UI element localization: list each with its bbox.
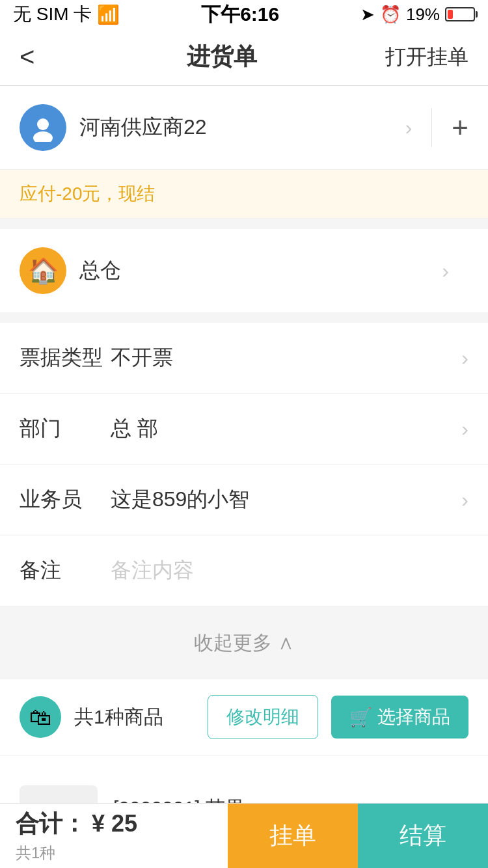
settle-button[interactable]: 结算	[358, 804, 488, 868]
remark-label: 备注	[20, 556, 111, 585]
warehouse-home-icon: 🏠	[28, 256, 59, 285]
notice-bar: 应付-20元，现结	[0, 170, 488, 219]
open-hang-button[interactable]: 打开挂单	[385, 43, 468, 72]
settle-label: 结算	[400, 820, 446, 852]
products-icon: 🛍	[20, 696, 61, 738]
collapse-label: 收起更多 ∧	[194, 630, 293, 657]
warehouse-chevron-icon: ›	[442, 259, 449, 283]
total-amount-row: 合计： ¥ 25	[16, 808, 212, 840]
products-header: 🛍 共1种商品 修改明细 🛒 选择商品	[0, 679, 488, 755]
cart-icon: 🛒	[349, 707, 372, 728]
invoice-label: 票据类型	[20, 344, 111, 372]
wifi-icon: 📶	[97, 4, 120, 25]
salesman-chevron-icon: ›	[461, 488, 468, 512]
battery-percent: 19%	[406, 5, 440, 25]
page-title: 进货单	[187, 41, 257, 73]
supplier-section: 河南供应商22 › + 应付-20元，现结	[0, 86, 488, 219]
warehouse-icon: 🏠	[20, 247, 66, 294]
status-left: 无 SIM 卡 📶	[13, 2, 120, 27]
bottom-bar: 合计： ¥ 25 共1种 挂单 结算	[0, 803, 488, 868]
department-chevron-icon: ›	[461, 417, 468, 441]
supplier-row[interactable]: 河南供应商22 › +	[0, 86, 488, 170]
select-product-label: 选择商品	[377, 705, 450, 729]
supplier-avatar	[20, 104, 66, 151]
department-label: 部门	[20, 414, 111, 443]
department-row[interactable]: 部门 总 部 ›	[0, 394, 488, 465]
shopping-icon: 🛍	[29, 705, 51, 730]
department-value: 总 部	[111, 414, 461, 443]
warehouse-row[interactable]: 🏠 总仓 ›	[0, 229, 488, 312]
warehouse-name: 总仓	[79, 256, 442, 285]
salesman-label: 业务员	[20, 485, 111, 514]
remark-input[interactable]: 备注内容	[111, 556, 468, 585]
location-icon: ➤	[360, 5, 375, 25]
salesman-value: 这是859的小智	[111, 485, 461, 514]
alarm-icon: ⏰	[380, 5, 401, 25]
hang-label: 挂单	[269, 820, 316, 852]
total-amount: ¥ 25	[92, 810, 137, 837]
status-right: ➤ ⏰ 19%	[360, 5, 475, 25]
form-section: 票据类型 不开票 › 部门 总 部 › 业务员 这是859的小智 › 备注 备注…	[0, 323, 488, 606]
salesman-row[interactable]: 业务员 这是859的小智 ›	[0, 465, 488, 536]
supplier-name: 河南供应商22	[79, 113, 405, 142]
svg-point-0	[37, 118, 49, 130]
battery-icon	[445, 7, 475, 21]
remark-row[interactable]: 备注 备注内容	[0, 536, 488, 606]
status-time: 下午6:16	[201, 1, 279, 28]
total-label: 合计：	[16, 810, 86, 837]
back-button[interactable]: <	[20, 42, 59, 72]
collapse-bar[interactable]: 收起更多 ∧	[0, 617, 488, 669]
status-bar: 无 SIM 卡 📶 下午6:16 ➤ ⏰ 19%	[0, 0, 488, 29]
nav-bar: < 进货单 打开挂单	[0, 29, 488, 86]
divider	[431, 108, 432, 147]
notice-text: 应付-20元，现结	[20, 183, 155, 204]
supplier-chevron-icon: ›	[405, 116, 413, 140]
avatar-icon	[29, 113, 57, 142]
invoice-row[interactable]: 票据类型 不开票 ›	[0, 323, 488, 394]
warehouse-section: 🏠 总仓 ›	[0, 229, 488, 312]
total-count: 共1种	[16, 843, 212, 863]
invoice-chevron-icon: ›	[461, 346, 468, 370]
hang-button[interactable]: 挂单	[228, 804, 358, 868]
products-count: 共1种商品	[74, 704, 195, 731]
invoice-value: 不开票	[111, 344, 461, 372]
select-product-button[interactable]: 🛒 选择商品	[331, 696, 468, 739]
carrier-label: 无 SIM 卡	[13, 2, 92, 27]
edit-detail-button[interactable]: 修改明细	[208, 695, 318, 739]
bottom-total: 合计： ¥ 25 共1种	[0, 804, 228, 868]
svg-point-1	[33, 131, 53, 142]
add-button[interactable]: +	[452, 111, 468, 144]
